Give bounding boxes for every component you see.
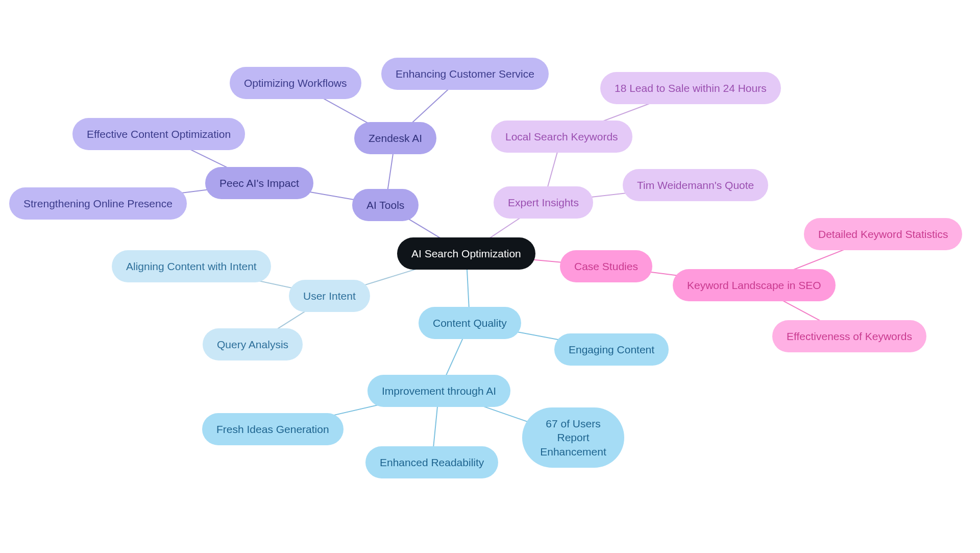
node-peec[interactable]: Peec AI's Impact (205, 167, 313, 199)
node-zendesk[interactable]: Zendesk AI (354, 122, 436, 154)
node-users-67[interactable]: 67 of Users Report Enhancement (522, 407, 624, 468)
node-case-studies[interactable]: Case Studies (560, 250, 652, 282)
node-str-online[interactable]: Strengthening Online Presence (9, 187, 187, 220)
node-improve-ai[interactable]: Improvement through AI (368, 375, 510, 407)
node-det-key[interactable]: Detailed Keyword Statistics (804, 218, 962, 250)
node-enh-cust[interactable]: Enhancing Customer Service (381, 58, 549, 90)
node-lead-18[interactable]: 18 Lead to Sale within 24 Hours (600, 72, 781, 104)
node-eng-cont[interactable]: Engaging Content (554, 333, 669, 366)
node-opt-work[interactable]: Optimizing Workflows (230, 67, 361, 99)
node-cont-qual[interactable]: Content Quality (419, 307, 521, 339)
node-root[interactable]: AI Search Optimization (397, 237, 535, 270)
node-expert[interactable]: Expert Insights (494, 186, 593, 219)
node-tim-quote[interactable]: Tim Weidemann's Quote (623, 169, 768, 201)
node-align-intent[interactable]: Aligning Content with Intent (112, 250, 271, 282)
node-ai-tools[interactable]: AI Tools (352, 189, 419, 221)
node-key-land[interactable]: Keyword Landscape in SEO (673, 269, 836, 301)
node-user-intent[interactable]: User Intent (289, 280, 370, 312)
node-fresh-ideas[interactable]: Fresh Ideas Generation (202, 413, 344, 445)
node-query-ana[interactable]: Query Analysis (203, 328, 303, 360)
node-eff-opt[interactable]: Effective Content Optimization (72, 118, 245, 150)
node-local-search[interactable]: Local Search Keywords (491, 121, 632, 153)
node-enh-read[interactable]: Enhanced Readability (365, 446, 498, 478)
node-eff-key[interactable]: Effectiveness of Keywords (772, 320, 926, 352)
